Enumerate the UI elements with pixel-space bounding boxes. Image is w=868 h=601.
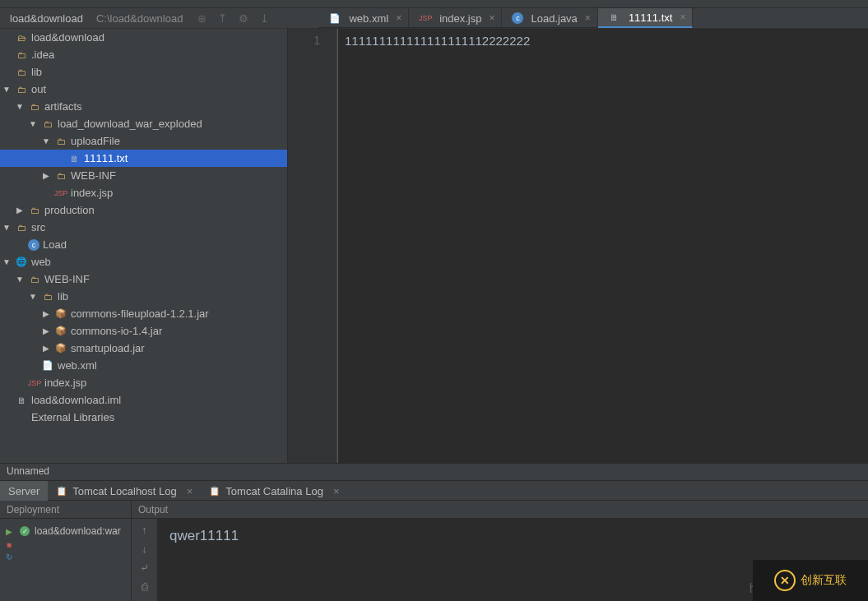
- close-icon[interactable]: ×: [489, 12, 494, 24]
- jar-icon: 📦: [54, 307, 67, 321]
- tree-item-label: artifacts: [44, 100, 82, 113]
- tree-arrow-icon[interactable]: [41, 136, 51, 146]
- tree-arrow-icon[interactable]: [41, 309, 51, 318]
- editor-line-1: 111111111111111111112222222: [345, 34, 530, 48]
- folder-icon: 🗀: [28, 204, 41, 217]
- run-tabs: Server📋Tomcat Localhost Log×📋Tomcat Cata…: [0, 481, 868, 501]
- tree-arrow-icon[interactable]: [2, 85, 12, 94]
- breadcrumb-project[interactable]: load&download: [3, 12, 90, 25]
- tree-item[interactable]: 🗀uploadFile: [0, 132, 287, 150]
- tab-label: Load.java: [531, 12, 577, 25]
- tree-arrow-icon[interactable]: [2, 223, 12, 232]
- deploy-run-icon[interactable]: ▶: [3, 527, 15, 536]
- close-icon[interactable]: ×: [585, 12, 591, 24]
- tree-item[interactable]: 🗀.idea: [0, 46, 287, 63]
- main-area: 🗁load&download🗀.idea🗀lib🗀out🗀artifacts🗀l…: [0, 29, 868, 463]
- tree-arrow-icon[interactable]: [41, 326, 51, 335]
- tree-item[interactable]: 🗀out: [0, 81, 287, 98]
- editor-tab[interactable]: 🗎11111.txt×: [598, 8, 694, 28]
- tree-item[interactable]: 🗀src: [0, 219, 287, 236]
- tree-item[interactable]: 🗀production: [0, 201, 287, 219]
- folder-icon: 🗀: [54, 169, 67, 183]
- settings-icon[interactable]: ⚙: [239, 12, 248, 25]
- tree-item[interactable]: 📦smartupload.jar: [0, 340, 287, 357]
- tree-item[interactable]: JSPindex.jsp: [0, 374, 287, 391]
- editor-tab[interactable]: JSPindex.jsp×: [409, 8, 502, 28]
- run-tab[interactable]: Server: [0, 481, 48, 501]
- close-icon[interactable]: ×: [187, 485, 193, 497]
- editor-tab[interactable]: 📄web.xml×: [318, 8, 409, 28]
- output-area[interactable]: qwer11111 http://blog.cs ✕ 创新互联: [158, 519, 868, 601]
- tree-item[interactable]: 🗀WEB-INF: [0, 270, 287, 288]
- tree-item[interactable]: External Libraries: [0, 409, 287, 426]
- tree-arrow-icon[interactable]: [15, 206, 25, 215]
- breadcrumb-path: C:\load&download: [90, 12, 190, 25]
- soft-wrap-icon[interactable]: ⤶: [140, 562, 149, 574]
- tree-item[interactable]: 🗀WEB-INF: [0, 167, 287, 184]
- close-icon[interactable]: ×: [680, 12, 685, 23]
- jsp-icon: JSP: [419, 12, 432, 25]
- tree-arrow-icon[interactable]: [28, 119, 38, 128]
- tree-arrow-icon[interactable]: [41, 344, 51, 353]
- target-icon[interactable]: ⊕: [197, 12, 207, 25]
- deployment-column: ▶ ✓ load&download:war ■ ↻: [0, 519, 132, 601]
- tree-item[interactable]: 🗎11111.txt: [0, 150, 287, 167]
- deploy-refresh-icon[interactable]: ↻: [3, 552, 15, 562]
- tree-item[interactable]: 🌐web: [0, 253, 287, 270]
- class-icon: c: [28, 239, 39, 251]
- tree-item-label: commons-fileupload-1.2.1.jar: [71, 307, 209, 320]
- editor-tabs: 📄web.xml×JSPindex.jsp×cLoad.java×🗎11111.…: [318, 8, 693, 28]
- tree-item[interactable]: cLoad: [0, 236, 287, 253]
- tree-item[interactable]: JSPindex.jsp: [0, 184, 287, 201]
- folder-icon: 🗀: [54, 135, 67, 148]
- folder-icon: 🗀: [15, 83, 28, 96]
- top-bar: [0, 0, 868, 8]
- close-icon[interactable]: ×: [396, 12, 402, 24]
- project-tree[interactable]: 🗁load&download🗀.idea🗀lib🗀out🗀artifacts🗀l…: [0, 29, 288, 463]
- run-config-label[interactable]: Unnamed: [0, 462, 56, 480]
- collapse-icon[interactable]: ⤒: [218, 12, 227, 25]
- tree-item[interactable]: 🗀lib: [0, 63, 287, 81]
- deploy-controls-2: ↻: [3, 551, 128, 563]
- tree-item[interactable]: 🗎load&download.iml: [0, 391, 287, 409]
- hide-icon[interactable]: ⤓: [260, 12, 269, 25]
- tree-item-label: load&download.iml: [31, 394, 121, 406]
- tree-item[interactable]: 📦commons-io-1.4.jar: [0, 322, 287, 340]
- tree-item-label: WEB-INF: [44, 273, 90, 285]
- scroll-up-icon[interactable]: ↑: [142, 524, 147, 536]
- tab-label: index.jsp: [439, 12, 481, 25]
- print-icon[interactable]: ⎙: [142, 580, 148, 593]
- tree-arrow-icon[interactable]: [28, 292, 38, 301]
- tree-item-label: lib: [58, 290, 68, 303]
- scroll-down-icon[interactable]: ↓: [142, 543, 147, 555]
- run-tab[interactable]: 📋Tomcat Localhost Log×: [48, 481, 201, 501]
- tree-item[interactable]: 📄web.xml: [0, 357, 287, 374]
- run-tab-label: Server: [8, 485, 39, 497]
- tree-item[interactable]: 🗁load&download: [0, 29, 287, 46]
- tree-arrow-icon[interactable]: [15, 102, 25, 111]
- tree-item[interactable]: 🗀load_download_war_exploded: [0, 115, 287, 132]
- tree-arrow-icon[interactable]: [15, 275, 25, 284]
- tree-item-label: index.jsp: [44, 377, 86, 389]
- class-icon: c: [512, 12, 523, 24]
- tree-item[interactable]: 🗀artifacts: [0, 98, 287, 115]
- tree-item-label: production: [44, 204, 95, 216]
- editor-tab[interactable]: cLoad.java×: [502, 8, 597, 28]
- tree-item-label: Load: [43, 238, 67, 251]
- editor-content[interactable]: 111111111111111111112222222: [337, 29, 868, 463]
- run-tab[interactable]: 📋Tomcat Catalina Log×: [201, 481, 347, 501]
- deploy-stop-icon[interactable]: ■: [3, 540, 15, 549]
- close-icon[interactable]: ×: [333, 485, 340, 497]
- toolbar-icons: ⊕ ⤒ ⚙ ⤓: [189, 12, 277, 25]
- tree-item[interactable]: 🗀lib: [0, 288, 287, 305]
- deploy-item-label: load&download:war: [35, 525, 121, 537]
- tree-arrow-icon[interactable]: [2, 257, 12, 266]
- jsp-icon: JSP: [28, 377, 41, 390]
- logo-text: 创新互联: [801, 573, 847, 588]
- tree-item[interactable]: 📦commons-fileupload-1.2.1.jar: [0, 305, 287, 322]
- watermark-logo: ✕ 创新互联: [753, 560, 868, 601]
- tree-item-label: index.jsp: [71, 187, 113, 199]
- folder-icon: 🗀: [15, 66, 28, 79]
- deploy-item[interactable]: ▶ ✓ load&download:war: [3, 524, 128, 539]
- tree-arrow-icon[interactable]: [41, 171, 51, 180]
